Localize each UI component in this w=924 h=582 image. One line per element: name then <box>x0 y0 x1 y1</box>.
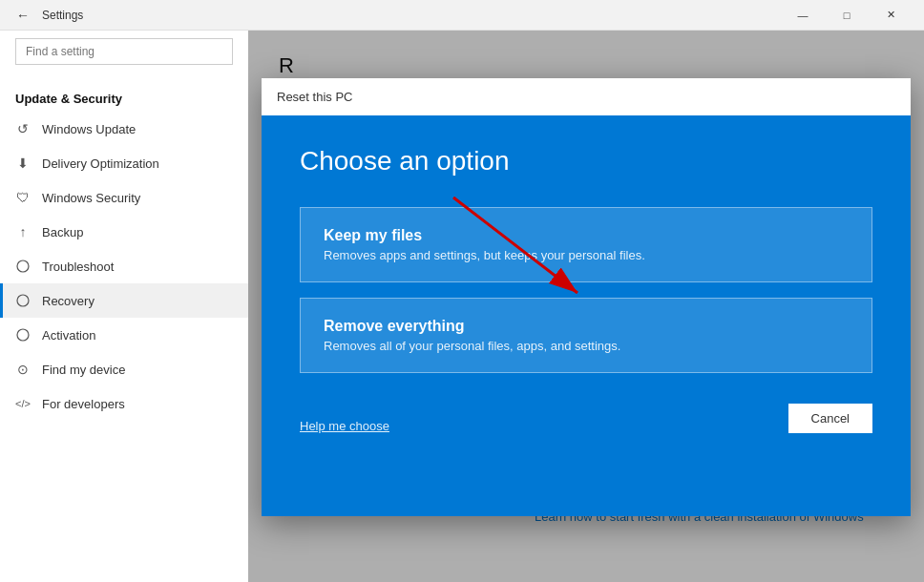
remove-everything-title: Remove everything <box>324 318 849 335</box>
sidebar-item-recovery[interactable]: Recovery <box>0 283 248 318</box>
sidebar-item-backup[interactable]: ↑ Backup <box>0 215 248 249</box>
close-button[interactable]: ✕ <box>869 0 913 31</box>
sidebar-item-label: For developers <box>42 397 125 411</box>
titlebar: ← Settings — □ ✕ <box>0 0 924 31</box>
modal-titlebar: Reset this PC <box>262 78 911 115</box>
window-controls: — □ ✕ <box>781 0 913 31</box>
sidebar-item-label: Backup <box>42 225 83 239</box>
sidebar-item-troubleshoot[interactable]: Troubleshoot <box>0 249 248 283</box>
sidebar-item-label: Recovery <box>42 294 94 308</box>
sidebar-item-for-developers[interactable]: </> For developers <box>0 386 248 421</box>
sidebar-item-label: Windows Update <box>42 122 136 136</box>
sidebar-item-delivery-optimization[interactable]: ⬇ Delivery Optimization <box>0 146 248 180</box>
recovery-icon <box>15 293 31 308</box>
maximize-button[interactable]: □ <box>825 0 869 31</box>
minimize-button[interactable]: — <box>781 0 825 31</box>
sidebar-item-label: Find my device <box>42 363 125 377</box>
sidebar-section-title: Update & Security <box>0 80 248 112</box>
sidebar-item-label: Windows Security <box>42 191 140 205</box>
remove-everything-option[interactable]: Remove everything Removes all of your pe… <box>300 298 872 373</box>
search-input[interactable] <box>15 38 233 65</box>
find-device-icon: ⊙ <box>15 362 31 377</box>
svg-point-2 <box>17 329 29 341</box>
sidebar-item-find-device[interactable]: ⊙ Find my device <box>0 352 248 386</box>
modal-body: Choose an option Keep my files Removes a… <box>262 115 911 516</box>
modal-footer: Help me choose Cancel <box>300 404 872 433</box>
svg-point-0 <box>17 260 29 272</box>
sidebar-item-label: Delivery Optimization <box>42 156 159 171</box>
svg-point-1 <box>17 295 29 306</box>
modal-heading: Choose an option <box>300 146 872 177</box>
sidebar-item-label: Troubleshoot <box>42 260 114 274</box>
keep-files-option[interactable]: Keep my files Removes apps and settings,… <box>300 207 872 282</box>
delivery-icon: ⬇ <box>15 156 31 171</box>
windows-update-icon: ↺ <box>15 121 31 136</box>
reset-pc-modal: Reset this PC Choose an option Keep my f… <box>262 78 911 516</box>
cancel-button[interactable]: Cancel <box>788 404 872 433</box>
content-area: Update & Security ↺ Windows Update ⬇ Del… <box>0 31 924 582</box>
sidebar-item-activation[interactable]: Activation <box>0 318 248 352</box>
remove-everything-desc: Removes all of your personal files, apps… <box>324 339 849 353</box>
back-button[interactable]: ← <box>11 4 34 27</box>
window-title: Settings <box>42 9 781 22</box>
troubleshoot-icon <box>15 259 31 274</box>
sidebar-item-label: Activation <box>42 328 95 343</box>
keep-files-desc: Removes apps and settings, but keeps you… <box>324 248 849 262</box>
developers-icon: </> <box>15 396 31 411</box>
keep-files-title: Keep my files <box>324 227 849 244</box>
activation-icon <box>15 327 31 343</box>
sidebar-item-windows-update[interactable]: ↺ Windows Update <box>0 112 248 146</box>
security-icon: 🛡 <box>15 190 31 205</box>
backup-icon: ↑ <box>15 224 31 239</box>
search-container <box>15 38 233 65</box>
settings-window: ← Settings — □ ✕ Update & Security ↺ Win… <box>0 0 924 582</box>
main-content: R Learn how to start fresh with a clean … <box>248 31 924 582</box>
sidebar-item-windows-security[interactable]: 🛡 Windows Security <box>0 180 248 215</box>
help-me-choose-link[interactable]: Help me choose <box>300 419 389 433</box>
sidebar: Update & Security ↺ Windows Update ⬇ Del… <box>0 31 248 582</box>
modal-overlay: Reset this PC Choose an option Keep my f… <box>248 31 924 582</box>
